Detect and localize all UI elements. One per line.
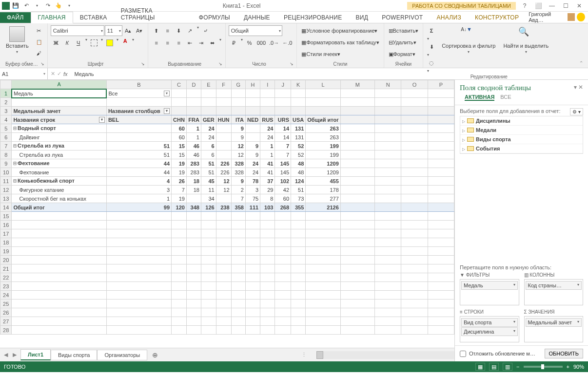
col-header-A[interactable]: A [12,80,107,89]
font-name-combo[interactable]: Calibri [51,25,104,36]
borders-dropdown[interactable]: ▾ [100,38,104,48]
filter-icon[interactable]: ▾ [164,108,170,114]
row-header-24[interactable]: 24 [0,291,12,300]
col-header-B[interactable]: B [106,80,171,89]
fill-color-button[interactable] [104,38,115,48]
tab-powerpivot[interactable]: POWERPIVOT [375,12,430,23]
val-chip-medal[interactable]: Медальный зачет▾ [526,318,582,327]
sheet-next-icon[interactable]: ▶ [13,352,17,358]
col-header-G[interactable]: G [231,80,245,89]
comma-button[interactable]: 000 [255,38,267,48]
decrease-font-button[interactable]: A▾ [134,25,145,36]
maximize-button[interactable]: ☐ [560,1,571,11]
defer-update-checkbox[interactable] [460,351,466,357]
row-header-13[interactable]: 13 [0,194,12,203]
decrease-indent-button[interactable]: ⇤ [185,38,196,48]
touch-mode-button[interactable]: 👆 [54,1,63,11]
save-button[interactable]: 💾 [11,1,20,11]
align-bottom-button[interactable]: ⬇ [174,25,184,36]
sheet-prev-icon[interactable]: ◀ [4,352,8,358]
col-header-D[interactable]: D [186,80,201,89]
tab-formulas[interactable]: ФОРМУЛЫ [192,12,237,23]
decrease-decimal-button[interactable]: ←.0 [281,38,294,48]
copy-button[interactable] [34,37,44,47]
merge-dropdown[interactable]: ▾ [218,38,222,48]
col-header-E[interactable]: E [201,80,216,89]
tab-insert[interactable]: ВСТАВКА [73,12,114,23]
cell-b1[interactable]: Все▾ [106,89,171,98]
cell-styles-button[interactable]: ▦ Стили ячеек ▾ [300,49,341,59]
increase-indent-button[interactable]: ⇥ [196,38,207,48]
sheet-tab-2[interactable]: Виды спорта [51,350,97,360]
row-header-11[interactable]: 11 [0,177,12,186]
row-header-15[interactable]: 15 [0,212,12,221]
row-header-7[interactable]: 7 [0,142,12,150]
underline-button[interactable] [73,38,84,48]
row-header-27[interactable]: 27 [0,317,12,326]
col-header-C[interactable]: C [172,80,187,89]
tab-home[interactable]: ГЛАВНАЯ [31,12,73,23]
underline-dropdown[interactable]: ▾ [84,38,88,48]
number-launcher[interactable]: ↘ [290,61,294,66]
paste-dropdown[interactable]: ▾ [15,50,19,54]
font-color-dropdown[interactable]: ▾ [131,38,135,48]
autosum-dropdown[interactable]: ▾ [426,37,437,41]
col-header-J[interactable]: J [275,80,291,89]
col-header-O[interactable]: O [401,80,428,89]
clipboard-launcher[interactable]: ↘ [40,61,44,66]
italic-button[interactable] [62,38,73,48]
zoom-in-button[interactable]: + [567,364,569,370]
fx-button[interactable]: fx [63,71,68,77]
percent-button[interactable]: % [244,38,255,48]
align-top-button[interactable]: ⬆ [151,25,162,36]
ribbon-display-button[interactable]: ⬜ [532,1,544,11]
minimize-button[interactable]: — [546,1,558,11]
insert-cells-button[interactable]: ⊞ Вставить ▾ [387,25,420,36]
tab-layout[interactable]: РАЗМЕТКА СТРАНИЦЫ [114,5,192,23]
row-header-9[interactable]: 9 [0,159,12,168]
tab-file[interactable]: ФАЙЛ [0,12,31,23]
help-button[interactable]: ? [519,1,530,11]
user-area[interactable]: Григорий Авд… [526,11,588,23]
row-header-16[interactable]: 16 [0,221,12,229]
font-color-button[interactable] [120,38,131,44]
col-header-P[interactable]: P [428,80,454,89]
font-size-combo[interactable]: 11 [105,25,122,36]
fill-dropdown[interactable]: ▾ [116,38,119,48]
row-header-12[interactable]: 12 [0,186,12,194]
row-header-3[interactable]: 3 [0,107,12,115]
row-header-1[interactable]: 1 [0,89,12,98]
sheet-scroll[interactable]: ABCDEFGHIJKLMNOP1МедальВсе▾23Медальный з… [0,80,454,348]
align-center-button[interactable]: ≡ [162,38,173,48]
filter-icon[interactable]: ▾ [99,117,105,123]
enter-formula-button[interactable]: ✓ [57,71,61,77]
hscroll-thumb[interactable] [316,351,323,359]
close-button[interactable]: ✕ [573,1,585,11]
find-select-button[interactable]: Найти и выделить▾ [500,25,551,55]
row-header-21[interactable]: 21 [0,264,12,273]
expand-icon[interactable] [462,118,465,124]
area-columns[interactable]: Код страны…▾ [524,279,584,305]
row-header-19[interactable]: 19 [0,247,12,256]
field-Дисциплины[interactable]: Дисциплины [460,116,583,126]
add-sheet-button[interactable]: ⊕ [147,351,163,359]
orientation-button[interactable]: ↗ [185,25,196,36]
expand-icon[interactable]: ⊟ [13,160,17,167]
merge-button[interactable]: ⬌ [207,38,218,48]
qat-customize-dropdown[interactable]: ▾ [64,1,74,11]
zoom-slider[interactable] [524,366,563,368]
pane-tab-active[interactable]: АКТИВНАЯ [465,94,494,101]
row-header-6[interactable]: 6 [0,133,12,142]
pane-tab-all[interactable]: ВСЕ [500,94,511,101]
zoom-thumb[interactable] [541,364,544,369]
area-rows[interactable]: Вид спорта▾ Дисциплина▾ [460,316,519,342]
col-header-K[interactable]: K [291,80,306,89]
row-header-2[interactable]: 2 [0,98,12,107]
row-header-17[interactable]: 17 [0,229,12,238]
number-format-combo[interactable]: Общий [229,25,282,36]
row-header-20[interactable]: 20 [0,256,12,264]
paste-button[interactable]: Вставить ▾ [3,25,32,55]
row-header-22[interactable]: 22 [0,273,12,282]
wrap-text-button[interactable]: ⤶ [200,25,211,36]
borders-button[interactable] [89,38,99,48]
